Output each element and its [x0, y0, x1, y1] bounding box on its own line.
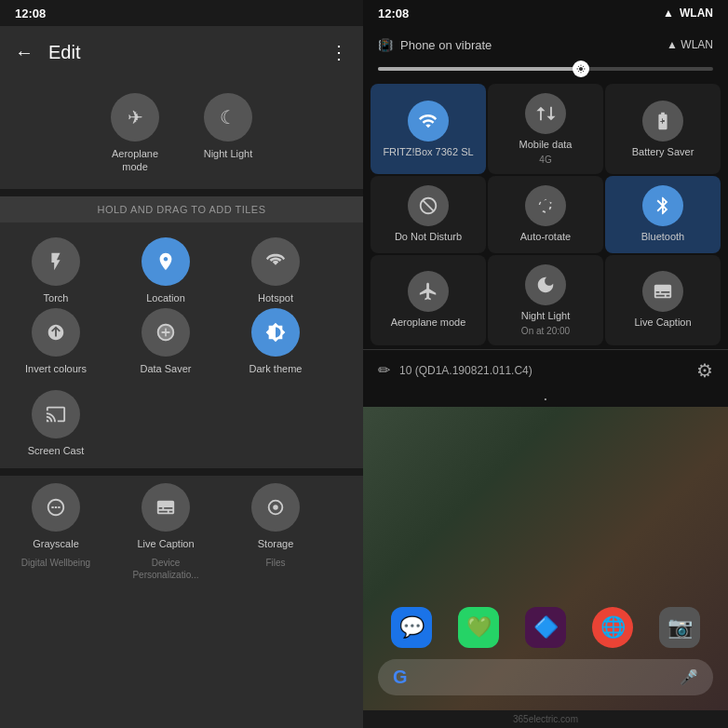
- bluetooth-icon: [642, 185, 683, 226]
- live-caption-label: Live Caption: [137, 537, 194, 550]
- qs-tile-dnd[interactable]: Do Not Disturb: [371, 176, 486, 252]
- top-tiles-section: ✈ Aeroplane mode ☾ Night Light: [0, 78, 363, 189]
- back-button[interactable]: ←: [15, 42, 34, 63]
- notification-bar: 📳 Phone on vibrate ▲ WLAN: [363, 26, 728, 63]
- screen-cast-row: Screen Cast: [0, 390, 363, 468]
- screen-cast-label: Screen Cast: [28, 444, 85, 457]
- qs-tile-wifi[interactable]: FRITZ!Box 7362 SL: [371, 84, 486, 174]
- watermark: 365electric.com: [363, 710, 728, 728]
- aeroplane-qs-icon: [408, 271, 449, 312]
- app-messages[interactable]: 💬: [391, 607, 432, 648]
- wifi-icon: [408, 101, 449, 142]
- aeroplane-qs-label: Aeroplane mode: [391, 316, 466, 329]
- location-icon: [142, 237, 190, 286]
- page-title: Edit: [48, 42, 330, 63]
- tile-data-saver[interactable]: Data Saver: [128, 308, 203, 375]
- right-panel: 12:08 ▲ WLAN 📳 Phone on vibrate ▲ WLAN: [363, 0, 728, 728]
- invert-icon: [32, 308, 80, 357]
- qs-tile-mobile-data[interactable]: Mobile data 4G: [488, 84, 603, 174]
- qs-tile-battery-saver[interactable]: Battery Saver: [605, 84, 721, 174]
- auto-rotate-icon: [525, 185, 566, 226]
- brightness-slider[interactable]: [378, 67, 713, 71]
- wifi-label: FRITZ!Box 7362 SL: [383, 145, 473, 158]
- live-caption-icon: [142, 483, 190, 532]
- grayscale-sublabel: Digital Wellbeing: [21, 557, 90, 569]
- screen-cast-icon: [32, 390, 80, 438]
- brightness-bar[interactable]: [363, 63, 728, 80]
- tile-storage[interactable]: Storage Files: [238, 483, 313, 580]
- build-number: 10 (QD1A.190821.011.C4): [399, 364, 533, 377]
- status-bar-left: 12:08: [0, 0, 363, 26]
- bottom-tiles-grid: Grayscale Digital Wellbeing Live Caption…: [0, 476, 363, 595]
- hotspot-icon: [251, 237, 300, 286]
- storage-label: Storage: [258, 537, 294, 550]
- storage-sublabel: Files: [265, 557, 285, 569]
- tile-night-light[interactable]: ☾ Night Light: [191, 93, 265, 174]
- night-light-icon: ☾: [204, 93, 252, 142]
- grayscale-icon: [32, 483, 80, 532]
- invert-label: Invert colours: [25, 362, 87, 375]
- dark-theme-label: Dark theme: [249, 362, 303, 375]
- torch-label: Torch: [44, 291, 69, 304]
- section-divider-2: [0, 468, 363, 476]
- more-button[interactable]: ⋮: [330, 41, 348, 63]
- wlan-signal-icon: ▲ WLAN: [667, 38, 713, 51]
- live-caption-sublabel: Device Personalizatio...: [128, 557, 203, 581]
- qs-tile-auto-rotate[interactable]: Auto-rotate: [488, 176, 603, 252]
- mobile-data-icon: [525, 93, 566, 134]
- tile-live-caption[interactable]: Live Caption Device Personalizatio...: [128, 483, 203, 580]
- vibrate-icon: 📳: [378, 38, 393, 52]
- add-tiles-grid: Torch Location Hotspot Invert colours Da: [0, 222, 363, 391]
- hotspot-label: Hotspot: [258, 291, 293, 304]
- tile-aeroplane[interactable]: ✈ Aeroplane mode: [98, 93, 172, 174]
- qs-tile-night-light[interactable]: Night Light On at 20:00: [488, 255, 603, 345]
- edit-header: ← Edit ⋮: [0, 26, 363, 78]
- caption-label: Live Caption: [634, 316, 691, 329]
- tile-torch[interactable]: Torch: [19, 237, 93, 304]
- battery-saver-icon: [642, 101, 683, 142]
- mobile-data-sublabel: 4G: [539, 155, 551, 165]
- tile-screen-cast[interactable]: Screen Cast: [19, 390, 93, 457]
- night-light-qs-icon: [525, 264, 566, 305]
- status-icons: ▲ WLAN: [663, 7, 713, 20]
- auto-rotate-label: Auto-rotate: [520, 230, 571, 243]
- section-divider-1: [0, 189, 363, 196]
- qs-grid: FRITZ!Box 7362 SL Mobile data 4G Battery…: [363, 80, 728, 349]
- data-saver-icon: [142, 308, 190, 357]
- app-dock: 💬 💚 🔷 🌐 📷: [378, 607, 713, 648]
- status-bar-right: 12:08 ▲ WLAN: [363, 0, 728, 26]
- search-bar[interactable]: G 🎤: [378, 659, 713, 695]
- tile-dark-theme[interactable]: Dark theme: [238, 308, 313, 375]
- night-light-sublabel: On at 20:00: [521, 326, 570, 336]
- settings-icon[interactable]: ⚙: [696, 359, 713, 382]
- tile-hotspot[interactable]: Hotspot: [238, 237, 313, 304]
- tile-location[interactable]: Location: [128, 237, 203, 304]
- night-light-qs-label: Night Light: [521, 309, 571, 322]
- dot-indicator: •: [363, 391, 728, 407]
- location-label: Location: [146, 291, 185, 304]
- aeroplane-label: Aeroplane mode: [98, 147, 172, 174]
- home-screen: 💬 💚 🔷 🌐 📷 G 🎤: [363, 407, 728, 710]
- torch-icon: [32, 237, 80, 286]
- qs-tile-bluetooth[interactable]: Bluetooth: [605, 176, 721, 252]
- qs-tile-caption[interactable]: Live Caption: [605, 255, 721, 345]
- build-info: ✏ 10 (QD1A.190821.011.C4): [378, 361, 533, 379]
- dark-theme-icon: [251, 308, 300, 357]
- app-chrome[interactable]: 🌐: [592, 607, 633, 648]
- edit-icon: ✏: [378, 361, 390, 379]
- svg-point-1: [273, 506, 278, 511]
- bluetooth-label: Bluetooth: [641, 230, 684, 243]
- app-whatsapp[interactable]: 💚: [458, 607, 499, 648]
- vibrate-label: Phone on vibrate: [400, 38, 492, 52]
- tile-invert[interactable]: Invert colours: [19, 308, 93, 375]
- app-slack[interactable]: 🔷: [525, 607, 566, 648]
- qs-tile-aeroplane[interactable]: Aeroplane mode: [371, 255, 486, 345]
- tile-grayscale[interactable]: Grayscale Digital Wellbeing: [19, 483, 93, 580]
- aeroplane-icon: ✈: [111, 93, 159, 142]
- dnd-label: Do Not Disturb: [395, 230, 462, 243]
- app-camera[interactable]: 📷: [659, 607, 700, 648]
- signal-icon: ▲: [663, 7, 674, 20]
- dnd-icon: [408, 185, 449, 226]
- time-right: 12:08: [378, 7, 409, 20]
- mic-icon[interactable]: 🎤: [680, 668, 698, 686]
